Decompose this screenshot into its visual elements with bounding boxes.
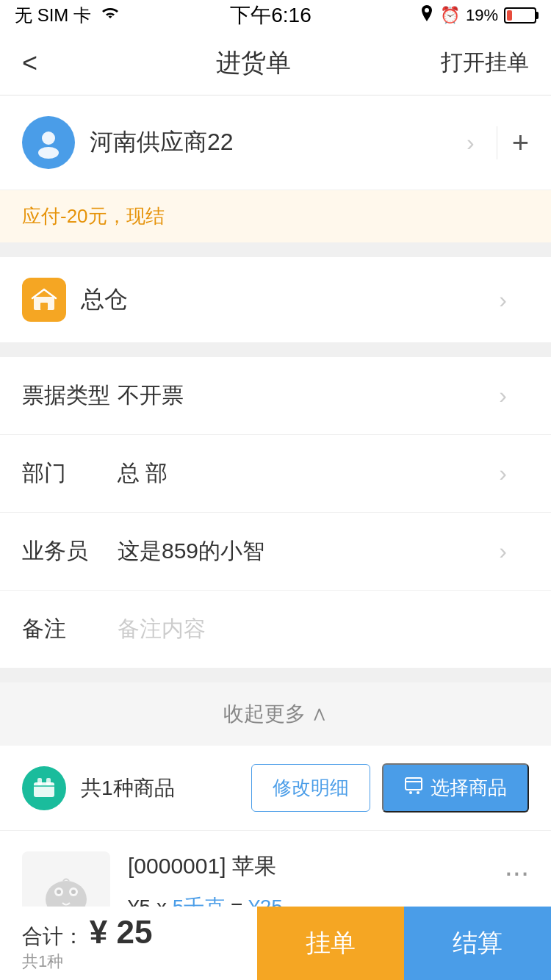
status-time: 下午6:16	[230, 1, 311, 29]
add-supplier-button[interactable]: +	[497, 126, 529, 159]
form-section: 票据类型 不开票 › 部门 总 部 › 业务员 这是859的小智 › 备注 备注…	[0, 357, 551, 668]
page-title: 进货单	[216, 46, 291, 80]
svg-rect-3	[40, 303, 48, 310]
footer-total: 合计： ¥ 25 共1种	[0, 914, 257, 973]
svg-point-9	[417, 791, 419, 794]
total-amount: ¥ 25	[90, 914, 153, 950]
supplier-avatar	[22, 116, 75, 169]
supplier-chevron-icon: ›	[467, 129, 475, 156]
department-label: 部门	[22, 458, 118, 489]
form-row-department[interactable]: 部门 总 部 ›	[0, 435, 551, 513]
battery-label: 19%	[466, 6, 498, 25]
svg-rect-6	[46, 778, 51, 785]
location-icon	[419, 5, 434, 26]
total-count: 共1种	[22, 951, 235, 973]
status-bar: 无 SIM 卡 下午6:16 ⏰ 19%	[0, 0, 551, 31]
invoice-chevron-icon: ›	[499, 382, 507, 409]
supplier-name: 河南供应商22	[90, 126, 467, 159]
invoice-label: 票据类型	[22, 381, 118, 411]
product-code: [0000001]	[128, 854, 226, 878]
select-product-button[interactable]: 选择商品	[382, 763, 529, 813]
product-count-label: 共1种商品	[81, 774, 251, 802]
form-row-salesperson[interactable]: 业务员 这是859的小智 ›	[0, 513, 551, 591]
cart-icon	[404, 777, 425, 799]
svg-rect-7	[406, 778, 422, 790]
pending-button[interactable]: 挂单	[257, 907, 404, 980]
form-row-remark[interactable]: 备注 备注内容	[0, 591, 551, 668]
back-button[interactable]: <	[22, 48, 66, 79]
product-title-name: 苹果	[232, 854, 276, 878]
form-row-invoice[interactable]: 票据类型 不开票 ›	[0, 357, 551, 435]
status-left: 无 SIM 卡	[15, 4, 122, 27]
svg-point-1	[38, 147, 59, 159]
carrier-label: 无 SIM 卡	[15, 4, 91, 27]
product-more-button[interactable]: ···	[505, 851, 529, 889]
salesperson-label: 业务员	[22, 536, 118, 566]
svg-rect-5	[37, 778, 42, 785]
department-chevron-icon: ›	[499, 460, 507, 487]
remark-input[interactable]: 备注内容	[118, 614, 529, 644]
supplier-notice: 应付-20元，现结	[0, 190, 551, 242]
supplier-section: 河南供应商22 › + 应付-20元，现结	[0, 96, 551, 242]
supplier-row[interactable]: 河南供应商22 › +	[0, 96, 551, 190]
total-label: 合计：	[22, 925, 84, 948]
svg-point-8	[409, 791, 412, 794]
salesperson-chevron-icon: ›	[499, 538, 507, 565]
open-pending-button[interactable]: 打开挂单	[441, 48, 529, 78]
warehouse-section: 总仓 ›	[0, 257, 551, 342]
invoice-value: 不开票	[118, 381, 499, 411]
modify-detail-button[interactable]: 修改明细	[251, 764, 370, 812]
svg-point-15	[57, 890, 61, 894]
status-right: ⏰ 19%	[419, 5, 536, 26]
checkout-button[interactable]: 结算	[404, 907, 551, 980]
warehouse-name: 总仓	[81, 284, 499, 316]
battery-icon	[504, 7, 536, 24]
nav-bar: < 进货单 打开挂单	[0, 31, 551, 96]
product-icon	[22, 766, 66, 810]
svg-point-16	[71, 890, 76, 894]
collapse-more-button[interactable]: 收起更多 ∧	[0, 682, 551, 746]
salesperson-value: 这是859的小智	[118, 536, 499, 566]
warehouse-row[interactable]: 总仓 ›	[0, 257, 551, 342]
svg-point-0	[42, 131, 55, 145]
wifi-icon	[98, 5, 122, 26]
product-name: [0000001] 苹果	[128, 851, 505, 882]
remark-label: 备注	[22, 614, 118, 644]
footer: 合计： ¥ 25 共1种 挂单 结算	[0, 907, 551, 980]
product-header: 共1种商品 修改明细 选择商品	[0, 746, 551, 831]
warehouse-chevron-icon: ›	[499, 287, 507, 314]
select-product-label: 选择商品	[431, 775, 507, 801]
svg-rect-4	[34, 782, 54, 797]
department-value: 总 部	[118, 458, 499, 489]
warehouse-icon	[22, 278, 66, 322]
alarm-icon: ⏰	[440, 6, 460, 25]
